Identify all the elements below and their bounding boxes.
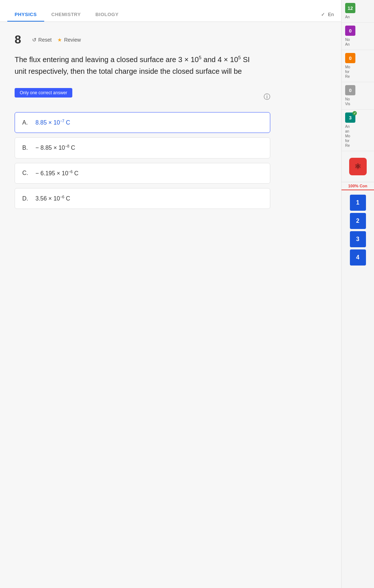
right-panel: 12 An 0 NoAn 0 MoforRe 0 NoVis 3 ✓ AnanM… — [341, 0, 374, 588]
language-label[interactable]: En — [328, 12, 334, 17]
nav-btn-1[interactable]: 1 — [350, 195, 366, 211]
option-c[interactable]: C. − 6.195 × 10−6 C — [15, 163, 270, 184]
question-area: 8 ↺ Reset ★ Review The flux entering and… — [0, 22, 341, 588]
answered-review-badge: 3 ✓ — [345, 112, 355, 123]
not-answered-label: NoAn — [345, 37, 350, 47]
question-number: 8 — [15, 33, 21, 46]
option-b-label: B. — [22, 145, 30, 151]
marked-badge: 0 — [345, 53, 355, 63]
not-visited-label: NoVis — [345, 97, 350, 106]
nav-btn-4[interactable]: 4 — [350, 249, 366, 266]
reset-icon: ↺ — [32, 37, 37, 43]
nav-btn-3[interactable]: 3 — [350, 231, 366, 247]
atom-icon: ⚛ — [354, 162, 362, 171]
option-b-text: − 8.85 × 10−8 C — [35, 144, 75, 151]
tab-biology[interactable]: BIOLOGY — [88, 6, 126, 22]
check-icon: ✓ — [321, 12, 325, 17]
option-c-label: C. — [22, 170, 30, 176]
option-a-text: 8.85 × 10−7 C — [35, 119, 70, 126]
star-icon: ★ — [57, 37, 62, 43]
reset-button[interactable]: ↺ Reset — [32, 37, 52, 43]
not-answered-badge: 0 — [345, 26, 355, 36]
answered-review-label: AnanMoforRe — [345, 124, 350, 148]
left-panel: PHYSICS CHEMISTRY BIOLOGY ✓ En 8 ↺ Reset — [0, 0, 341, 588]
option-c-text: − 6.195 × 10−6 C — [35, 170, 79, 177]
header-right-area: ✓ En — [321, 12, 334, 22]
question-text: The flux entering and leaving a closed s… — [15, 54, 263, 77]
percent-complete-label: 100% Con — [341, 182, 374, 190]
options-list: A. 8.85 × 10−7 C B. − 8.85 × 10−8 C C. −… — [15, 112, 270, 209]
right-item-marked: 0 MoforRe — [341, 50, 374, 82]
review-button[interactable]: ★ Review — [57, 37, 81, 43]
atom-button[interactable]: ⚛ — [349, 158, 367, 175]
right-item-not-visited: 0 NoVis — [341, 82, 374, 110]
option-b[interactable]: B. − 8.85 × 10−8 C — [15, 137, 270, 158]
right-item-answered: 12 An — [341, 0, 374, 23]
question-nav-buttons: 1 2 3 4 — [341, 192, 374, 268]
right-item-answered-review: 3 ✓ AnanMoforRe — [341, 110, 374, 151]
option-d-label: D. — [22, 195, 30, 202]
tab-chemistry[interactable]: CHEMISTRY — [44, 6, 88, 22]
option-a[interactable]: A. 8.85 × 10−7 C — [15, 112, 270, 133]
option-d[interactable]: D. 3.56 × 10−6 C — [15, 188, 270, 209]
question-header: 8 ↺ Reset ★ Review — [15, 33, 327, 46]
answered-badge: 12 — [345, 3, 355, 13]
not-visited-badge: 0 — [345, 85, 355, 95]
option-a-label: A. — [22, 119, 30, 126]
answered-label: An — [345, 15, 350, 19]
nav-btn-2[interactable]: 2 — [350, 213, 366, 229]
tab-bar: PHYSICS CHEMISTRY BIOLOGY ✓ En — [0, 0, 341, 22]
answer-type-badge: Only one correct answer — [15, 88, 72, 98]
info-icon[interactable]: ⓘ — [264, 92, 270, 101]
check-overlay: ✓ — [352, 111, 357, 115]
right-item-not-answered: 0 NoAn — [341, 23, 374, 50]
marked-label: MoforRe — [345, 65, 350, 79]
tab-physics[interactable]: PHYSICS — [7, 6, 44, 22]
option-d-text: 3.56 × 10−6 C — [35, 195, 70, 202]
main-container: PHYSICS CHEMISTRY BIOLOGY ✓ En 8 ↺ Reset — [0, 0, 374, 588]
